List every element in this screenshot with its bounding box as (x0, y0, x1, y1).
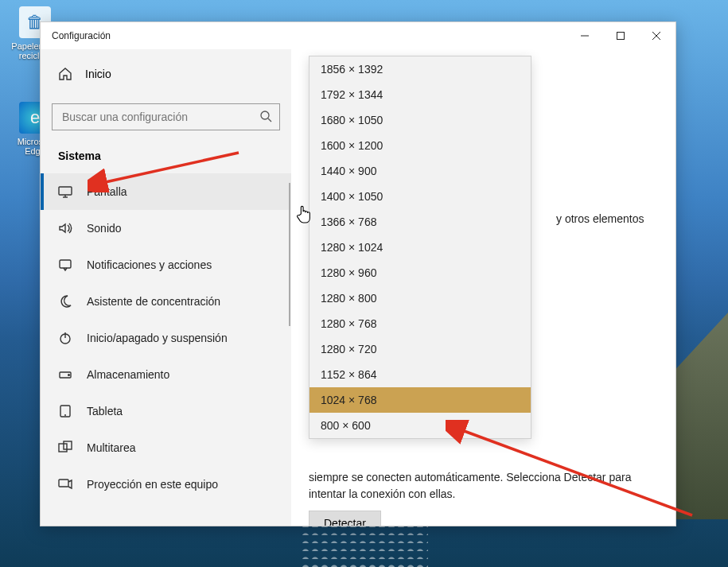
resolution-option[interactable]: 1600 × 1200 (309, 133, 531, 158)
resolution-option[interactable]: 1280 × 768 (309, 311, 531, 336)
resolution-option[interactable]: 800 × 600 (309, 413, 531, 438)
sidebar-item-energia[interactable]: Inicio/apagado y suspensión (41, 320, 291, 356)
sidebar-item-label: Tableta (87, 405, 123, 417)
svg-rect-6 (59, 187, 72, 195)
sidebar: Inicio Sistema PantallaSonidoNotificacio… (41, 49, 291, 526)
svg-rect-1 (617, 33, 624, 40)
titlebar[interactable]: Configuración (41, 22, 675, 49)
sidebar-item-sonido[interactable]: Sonido (41, 210, 291, 247)
sidebar-item-asistente[interactable]: Asistente de concentración (41, 283, 291, 320)
resolution-option[interactable]: 1680 × 1050 (309, 107, 531, 133)
monitor-icon (58, 184, 72, 199)
sidebar-item-tableta[interactable]: Tableta (41, 393, 291, 429)
sidebar-item-label: Asistente de concentración (87, 295, 220, 308)
svg-point-4 (261, 111, 269, 119)
main-panel: y otros elementos siempre se conecten au… (291, 49, 675, 526)
sidebar-item-notificaciones[interactable]: Notificaciones y acciones (41, 247, 291, 283)
sidebar-item-proyeccion[interactable]: Proyección en este equipo (41, 466, 291, 503)
sidebar-item-label: Pantalla (87, 185, 127, 198)
home-label: Inicio (85, 68, 111, 80)
close-button[interactable] (638, 24, 674, 48)
svg-line-5 (268, 118, 271, 122)
resolution-option[interactable]: 1856 × 1392 (309, 56, 531, 82)
search-input[interactable] (52, 103, 280, 130)
multiple-displays-text: siempre se conecten automáticamente. Sel… (309, 469, 661, 503)
sound-icon (58, 221, 72, 235)
project-icon (58, 477, 72, 491)
resolution-option[interactable]: 1792 × 1344 (309, 82, 531, 107)
sidebar-item-label: Multitarea (87, 441, 135, 454)
resolution-option[interactable]: 1280 × 1024 (309, 235, 531, 260)
sidebar-section-header: Sistema (41, 150, 291, 173)
resolution-option[interactable]: 1366 × 768 (309, 209, 531, 235)
svg-rect-9 (60, 260, 71, 268)
sidebar-item-pantalla[interactable]: Pantalla (41, 173, 291, 210)
resolution-option[interactable]: 1152 × 864 (309, 362, 531, 387)
home-icon (58, 67, 72, 81)
moon-icon (58, 294, 72, 309)
svg-rect-17 (64, 441, 72, 449)
resolution-dropdown[interactable]: 1856 × 13921792 × 13441680 × 10501600 × … (309, 56, 531, 439)
resolution-option[interactable]: 1280 × 960 (309, 260, 531, 285)
notify-icon (58, 258, 72, 272)
sidebar-item-label: Proyección en este equipo (87, 478, 218, 491)
sidebar-item-almacenamiento[interactable]: Almacenamiento (41, 356, 291, 393)
sidebar-scroll-indicator (289, 183, 290, 326)
resolution-option[interactable]: 1400 × 1050 (309, 184, 531, 209)
window-title: Configuración (52, 30, 111, 41)
search-icon (259, 110, 272, 126)
scale-text-fragment: y otros elementos (556, 211, 675, 227)
svg-rect-16 (59, 444, 67, 452)
detect-button[interactable]: Detectar (309, 511, 381, 526)
sidebar-item-label: Almacenamiento (87, 368, 169, 381)
minimize-button[interactable] (566, 24, 602, 48)
resolution-option[interactable]: 1280 × 800 (309, 285, 531, 311)
desktop-background: 🗑 Papelera de reciclaje e Microsoft Edge… (0, 0, 728, 567)
sidebar-item-label: Inicio/apagado y suspensión (87, 332, 228, 344)
multitask-icon (58, 441, 72, 455)
sidebar-item-label: Notificaciones y acciones (87, 258, 212, 271)
resolution-option[interactable]: 1024 × 768 (309, 387, 531, 413)
sidebar-item-multitarea[interactable]: Multitarea (41, 429, 291, 466)
settings-window: Configuración Inicio (40, 21, 676, 526)
sidebar-nav: PantallaSonidoNotificaciones y accionesA… (41, 173, 291, 526)
tablet-icon (58, 404, 72, 418)
svg-point-13 (68, 375, 70, 376)
maximize-button[interactable] (602, 24, 638, 48)
storage-icon (58, 367, 72, 382)
sidebar-item-label: Sonido (87, 222, 122, 235)
svg-rect-18 (59, 480, 68, 487)
power-icon (58, 331, 72, 345)
resolution-option[interactable]: 1440 × 900 (309, 158, 531, 184)
sidebar-home[interactable]: Inicio (41, 49, 291, 103)
resolution-option[interactable]: 1280 × 720 (309, 336, 531, 362)
